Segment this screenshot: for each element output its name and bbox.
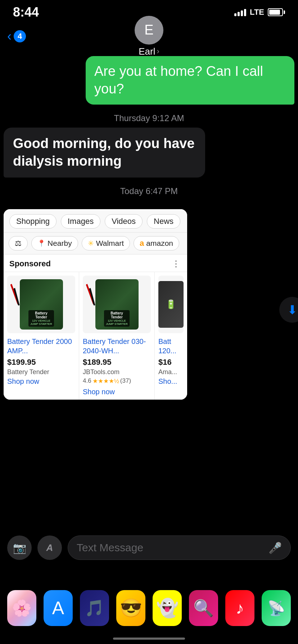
- dock-memoji[interactable]: 😎: [116, 590, 145, 626]
- product-placeholder-2: BatteryTender 12V VEHICLEJUMP STARTER: [95, 279, 139, 330]
- product-grid: BatteryTender 12V VEHICLEJUMP STARTER Ba…: [4, 272, 187, 400]
- received-message-1: Good morning, do you have dialysis morni…: [0, 128, 298, 178]
- dock-music[interactable]: ♪: [225, 590, 254, 626]
- product-image-2: BatteryTender 12V VEHICLEJUMP STARTER: [83, 276, 151, 333]
- input-bar: 📷 A Text Message 🎤: [0, 530, 298, 565]
- search-icon: 🔍: [193, 598, 214, 618]
- apps-icon: A: [46, 542, 53, 553]
- walmart-tab[interactable]: ✳ Walmart: [82, 236, 130, 250]
- back-button[interactable]: ‹ 4: [7, 30, 26, 43]
- location-icon: 📍: [37, 239, 45, 247]
- home-indicator: [113, 638, 185, 640]
- spectrum-icon: 📡: [267, 600, 285, 617]
- product-card-1[interactable]: BatteryTender 12V VEHICLEJUMP STARTER Ba…: [4, 272, 79, 400]
- camera-button[interactable]: 📷: [7, 535, 32, 560]
- filter-button[interactable]: ⚖: [9, 236, 28, 250]
- timestamp-2: Today 6:47 PM: [0, 178, 298, 201]
- product-price-2: $189.95: [83, 358, 151, 367]
- messages-area: Are you at home? Can I call you? Thursda…: [0, 52, 298, 533]
- contact-header: E Earl ›: [135, 16, 163, 57]
- product-title-1: Battery Tender 2000 AMP...: [7, 337, 75, 355]
- photos-icon: 🌸: [12, 599, 32, 617]
- amazon-icon: a: [140, 239, 144, 248]
- avatar: E: [135, 16, 163, 45]
- lte-label: LTE: [250, 8, 264, 17]
- appstore-icon: A: [52, 598, 64, 618]
- shop-now-3[interactable]: Sho...: [158, 377, 184, 386]
- status-time: 8:44: [13, 5, 39, 20]
- signal-icon: [234, 8, 246, 16]
- product-price-3: $16: [158, 358, 184, 367]
- status-icons: LTE: [234, 8, 285, 17]
- dock-shazam[interactable]: 🎵: [80, 590, 109, 626]
- more-options-icon[interactable]: ⋮: [172, 259, 181, 269]
- amazon-tab[interactable]: a amazon: [134, 236, 179, 250]
- screenshot-card[interactable]: Shopping Images Videos News ⚖ 📍 Nearby ✳…: [4, 209, 187, 400]
- filter-icon: ⚖: [15, 239, 22, 248]
- tab-videos[interactable]: Videos: [105, 214, 143, 229]
- product-title-2: Battery Tender 030-2040-WH...: [83, 337, 151, 355]
- amazon-label: amazon: [146, 239, 173, 248]
- back-badge: 4: [14, 30, 26, 42]
- bubble-received-1: Good morning, do you have dialysis morni…: [4, 128, 205, 178]
- apps-button[interactable]: A: [37, 535, 62, 560]
- stars-icon-2: ★★★★½: [92, 377, 119, 385]
- product-card-2[interactable]: BatteryTender 12V VEHICLEJUMP STARTER Ba…: [79, 272, 155, 400]
- product-brand-badge-2: BatteryTender 12V VEHICLEJUMP STARTER: [104, 310, 129, 327]
- nav-header: ‹ 4 E Earl ›: [0, 20, 298, 52]
- product-image-1: BatteryTender 12V VEHICLEJUMP STARTER: [7, 276, 75, 333]
- rating-text-2: 4.6: [83, 377, 91, 385]
- timestamp-1: Thursday 9:12 AM: [0, 105, 298, 128]
- product-image-3: 🔋: [158, 276, 184, 333]
- nearby-label: Nearby: [48, 239, 72, 248]
- dock-appstore[interactable]: A: [44, 590, 73, 626]
- download-button[interactable]: ⬇: [279, 297, 298, 323]
- walmart-icon: ✳: [88, 239, 94, 248]
- product-brand-badge: BatteryTender 12V VEHICLEJUMP STARTER: [28, 310, 54, 327]
- text-message-placeholder: Text Message: [77, 542, 143, 554]
- product-seller-2: JBTools.com: [83, 368, 151, 376]
- product-card-3[interactable]: 🔋 Batt 120... $16 Ama... Sho...: [155, 272, 187, 400]
- product-title-3: Batt 120...: [158, 337, 184, 355]
- back-arrow-icon: ‹: [7, 30, 12, 43]
- tab-shopping[interactable]: Shopping: [9, 214, 57, 229]
- memoji-icon: 😎: [120, 598, 142, 618]
- shazam-icon: 🎵: [85, 599, 104, 617]
- nearby-tab[interactable]: 📍 Nearby: [31, 236, 78, 250]
- download-icon: ⬇: [287, 303, 297, 317]
- dock-snapchat[interactable]: 👻: [153, 590, 182, 626]
- product-placeholder-1: BatteryTender 12V VEHICLEJUMP STARTER: [20, 279, 63, 330]
- music-icon: ♪: [236, 598, 244, 618]
- product-seller-1: Battery Tender: [7, 368, 75, 376]
- walmart-label: Walmart: [96, 239, 124, 248]
- product-seller-3: Ama...: [158, 368, 184, 376]
- app-dock: 🌸 A 🎵 😎 👻 🔍 ♪ 📡: [0, 590, 298, 626]
- dock-photos[interactable]: 🌸: [7, 590, 36, 626]
- bubble-sent-1: Are you at home? Can I call you?: [86, 56, 294, 105]
- product-price-1: $199.95: [7, 358, 75, 367]
- shop-now-2[interactable]: Shop now: [83, 388, 151, 396]
- dock-search[interactable]: 🔍: [189, 590, 218, 626]
- product-rating-2: 4.6 ★★★★½ (37): [83, 377, 151, 385]
- sponsored-header: Sponsored ⋮: [4, 254, 187, 272]
- filter-tabs: Shopping Images Videos News: [4, 209, 187, 233]
- shop-now-1[interactable]: Shop now: [7, 377, 75, 386]
- dock-spectrum[interactable]: 📡: [262, 590, 291, 626]
- battery-icon: [268, 8, 285, 16]
- sub-tabs: ⚖ 📍 Nearby ✳ Walmart a amazon: [4, 233, 187, 254]
- sent-message-1: Are you at home? Can I call you?: [0, 52, 298, 105]
- review-count-2: (37): [120, 377, 131, 385]
- sponsored-label: Sponsored: [9, 259, 51, 268]
- snapchat-icon: 👻: [156, 598, 179, 618]
- text-input-field[interactable]: Text Message 🎤: [68, 535, 291, 560]
- screenshot-message: Shopping Images Videos News ⚖ 📍 Nearby ✳…: [0, 201, 298, 400]
- tab-news[interactable]: News: [147, 214, 180, 229]
- tab-images[interactable]: Images: [61, 214, 100, 229]
- camera-icon: 📷: [13, 542, 26, 554]
- microphone-icon[interactable]: 🎤: [268, 542, 282, 554]
